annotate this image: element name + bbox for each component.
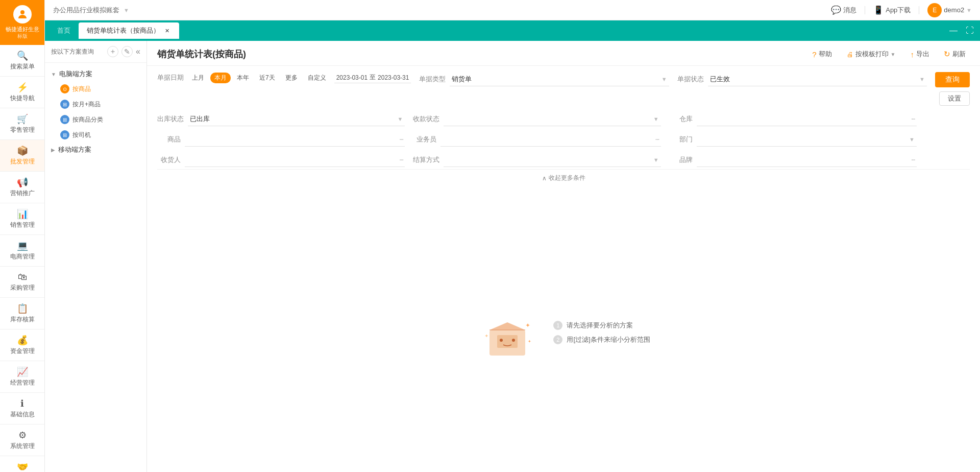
warehouse-label: 仓库 [669,114,693,124]
tree-collapse-icon: ▶ [51,147,55,153]
sidebar-item-sales[interactable]: 📊 销售管理 [0,203,44,235]
tree-item-by-product[interactable]: ⊙ 按商品 [45,81,146,97]
brand-select[interactable]: ··· [697,153,917,167]
salesman-select[interactable]: ··· [440,132,660,147]
collapse-bar[interactable]: ∧ 收起更多条件 [157,169,970,186]
tab-sales-report[interactable]: 销货单统计表（按商品） ✕ [79,22,179,39]
sidebar-item-purchase[interactable]: 🛍 采购管理 [0,267,44,298]
tab-close-button[interactable]: ✕ [163,27,171,35]
top-header: 办公用品行业模拟账套 ▼ 💬 消息 📱 App下载 E demo2 ▼ [45,0,980,20]
message-button[interactable]: 💬 消息 [831,5,856,15]
help-icon: ? [812,50,816,59]
left-panel: 按以下方案查询 ＋ ✎ « ▼ 电脑端方案 ⊙ 按商品 ⊞ [45,41,147,472]
message-label: 消息 [843,6,856,15]
filter-area: 单据日期 上月 本月 本年 近7天 更多 自定义 2023-03-01 至 [147,66,980,193]
tab-fullscreen-button[interactable]: ⛶ [964,25,976,37]
doc-status-select[interactable]: 已生效 ▼ [708,72,927,86]
payment-method-select[interactable]: ▼ [444,153,660,167]
product-select[interactable]: ··· [185,132,405,147]
date-tab-last-month[interactable]: 上月 [188,73,208,83]
date-tab-more[interactable]: 更多 [281,73,302,83]
svg-marker-2 [489,322,525,330]
svg-text:✦: ✦ [528,339,531,344]
tab-home[interactable]: 首页 [49,22,79,39]
tree-item-product-category[interactable]: ⊞ 按商品分类 [45,112,146,127]
receiver-select[interactable]: ··· [185,153,405,167]
dept-select[interactable]: ▼ [697,132,917,147]
date-to[interactable]: 2023-03-31 [378,74,409,81]
sidebar-item-marketing[interactable]: 📢 营销推广 [0,172,44,203]
app-download-icon: 📱 [873,5,884,15]
right-panel: 销货单统计表(按商品) ? 帮助 🖨 按模板打印 ▼ ↑ 导出 [147,41,980,472]
date-tab-7days[interactable]: 近7天 [255,73,279,83]
print-button[interactable]: 🖨 按模板打印 ▼ [842,47,900,61]
print-label: 按模板打印 [855,50,889,59]
doc-type-select[interactable]: 销货单 ▼ [450,72,669,86]
sidebar-item-operations[interactable]: 📈 经营管理 [0,361,44,393]
sidebar-item-label: 快捷导航 [3,94,42,103]
marketing-icon: 📢 [3,177,42,188]
sidebar-item-ecommerce[interactable]: 💻 电商管理 [0,235,44,267]
sidebar-item-label: 销售管理 [3,221,42,229]
left-panel-header: 按以下方案查询 ＋ ✎ « [45,41,146,63]
user-chevron-icon: ▼ [966,7,972,13]
date-tab-this-month[interactable]: 本月 [210,73,231,83]
doc-status-label: 单据状态 [677,75,704,84]
refresh-button[interactable]: ↻ 刷新 [940,48,970,61]
date-label: 单据日期 [157,73,184,82]
header-left: 办公用品行业模拟账套 ▼ [53,6,129,15]
sidebar-item-wholesale[interactable]: 📦 批发管理 [0,140,44,172]
tree-section: ▼ 电脑端方案 ⊙ 按商品 ⊞ 按月+商品 ⊞ 按商品分类 ⊞ 按司机 [45,63,146,161]
sidebar-item-finance[interactable]: 💰 资金管理 [0,329,44,361]
header-divider2 [919,6,919,14]
edit-plan-button[interactable]: ✎ [121,46,133,57]
tree-item-label: 按商品 [72,85,91,93]
tree-group-mobile[interactable]: ▶ 移动端方案 [45,143,146,157]
tip-num-2: 2 [553,335,562,344]
sidebar-item-retail[interactable]: 🛒 零售管理 [0,108,44,140]
payment-status-select[interactable]: ▼ [444,112,660,126]
tree-expand-icon: ▼ [51,72,56,77]
date-tab-this-year[interactable]: 本年 [233,73,253,83]
sidebar-item-quick-nav[interactable]: ⚡ 快捷导航 [0,77,44,108]
panel-collapse-button[interactable]: « [136,47,140,56]
wholesale-icon: 📦 [3,145,42,156]
tree-group-label: 移动端方案 [58,145,91,154]
help-label: 帮助 [819,50,832,59]
sidebar-item-inventory[interactable]: 📋 库存核算 [0,298,44,329]
collapse-label: 收起更多条件 [549,174,585,182]
tab-minimize-button[interactable]: — [947,25,960,37]
help-button[interactable]: ? 帮助 [808,48,836,61]
app-download-button[interactable]: 📱 App下载 [873,5,911,15]
inventory-icon: 📋 [3,303,42,314]
out-status-select[interactable]: 已出库 ▼ [188,112,405,126]
sidebar-item-label: 搜索菜单 [3,62,42,71]
date-tab-custom[interactable]: 自定义 [304,73,330,83]
header-divider [865,6,865,14]
settings-button[interactable]: 设置 [939,91,970,106]
plan-icon-3: ⊞ [60,130,69,139]
tree-item-label: 按月+商品 [72,100,101,109]
sidebar-item-search-menu[interactable]: 🔍 搜索菜单 [0,45,44,77]
sidebar-item-label: 经营管理 [3,379,42,387]
sidebar-item-basic[interactable]: ℹ 基础信息 [0,393,44,424]
tab-sales-report-label: 销货单统计表（按商品） [87,26,160,35]
sidebar-item-system[interactable]: ⚙ 系统管理 [0,424,44,456]
svg-text:✦: ✦ [484,333,488,339]
sidebar-item-enterprise[interactable]: 🤝 企业协同 [0,456,44,472]
empty-tip-2: 2 用[过滤]条件来缩小分析范围 [553,335,650,344]
tree-item-label: 按司机 [72,131,91,139]
warehouse-select[interactable]: ··· [697,112,917,126]
query-button[interactable]: 查询 [935,72,970,87]
doc-status-chevron-icon: ▼ [919,76,925,82]
tree-item-driver[interactable]: ⊞ 按司机 [45,127,146,143]
export-button[interactable]: ↑ 导出 [906,48,934,61]
tree-item-month-product[interactable]: ⊞ 按月+商品 [45,97,146,112]
search-menu-icon: 🔍 [3,50,42,61]
date-from[interactable]: 2023-03-01 [336,74,368,81]
plan-icon-2: ⊞ [60,115,69,124]
add-plan-button[interactable]: ＋ [107,46,118,57]
tab-actions: — ⛶ [947,25,976,37]
tree-group-desktop[interactable]: ▼ 电脑端方案 [45,67,146,81]
user-menu[interactable]: E demo2 ▼ [927,3,972,17]
